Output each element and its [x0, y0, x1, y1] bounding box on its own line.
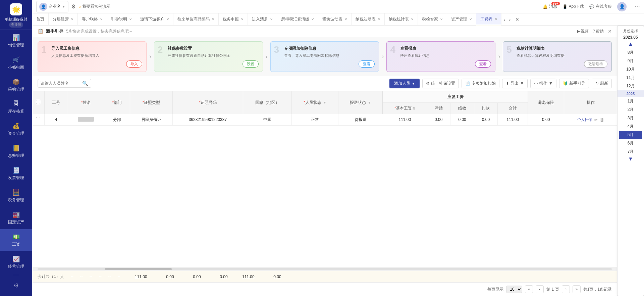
th-select-all[interactable] [32, 91, 44, 114]
tab-close-icon[interactable]: ✕ [270, 17, 273, 21]
row-checkbox[interactable] [32, 114, 44, 125]
month-5-active[interactable]: 5月 [619, 131, 642, 139]
status-filter-icon[interactable]: ▼ [323, 101, 326, 104]
sidebar-item-经营管理[interactable]: 📈 经营管理 [0, 251, 32, 273]
select-all-checkbox[interactable] [36, 100, 40, 104]
tab-clearance[interactable]: 进入清册 ✕ [248, 13, 277, 26]
tab-prev-btn[interactable]: ‹ [501, 13, 507, 26]
tab-tax-report[interactable]: 税务申报 ✕ [219, 13, 248, 26]
tab-close-icon[interactable]: ✕ [411, 17, 414, 21]
add-staff-button[interactable]: 添加人员 ▼ [389, 79, 420, 88]
tab-close-icon[interactable]: ✕ [440, 17, 443, 21]
op-edit-icon[interactable]: ✏ [594, 117, 598, 122]
tab-close-icon[interactable]: ✕ [212, 17, 214, 21]
tab-close-icon[interactable]: ✕ [129, 17, 132, 21]
month-2[interactable]: 2月 [618, 105, 644, 114]
tab-tax-fluctuation[interactable]: 纳税波动表 ✕ [352, 13, 385, 26]
month-10[interactable]: 10月 [618, 65, 644, 74]
online-service-button[interactable]: 💬 在线客服 [589, 4, 612, 9]
basic-sort-icon[interactable]: ⇅ [413, 107, 415, 110]
scrollbar-thumb[interactable] [105, 268, 172, 270]
settings-gear-icon[interactable]: ⚙ [71, 3, 76, 10]
report-filter-icon[interactable]: ▼ [368, 101, 371, 104]
tab-tax-stats[interactable]: 纳税统计表 ✕ [385, 13, 418, 26]
month-6[interactable]: 6月 [618, 139, 644, 147]
sidebar-item-采购管理[interactable]: 📦 采购管理 [0, 74, 32, 96]
sidebar-item-销售管理[interactable]: 📊 销售管理 [0, 30, 32, 52]
month-9[interactable]: 9月 [618, 57, 644, 65]
export-button[interactable]: ⬇ 导出 ▼ [502, 79, 528, 88]
tab-invite[interactable]: 邀请下游客户 ✕ [136, 13, 173, 26]
guide-help-link[interactable]: ? 帮助 [593, 29, 604, 34]
settings-icon[interactable]: ⚙ [13, 279, 19, 293]
sidebar-item-小畅电商[interactable]: 🛒 小畅电商 [0, 52, 32, 74]
tab-salary-close-icon[interactable]: ✕ [494, 17, 497, 21]
row-select-checkbox[interactable] [36, 117, 40, 121]
tab-close-icon[interactable]: ✕ [100, 17, 103, 21]
demo-link[interactable]: ○ 我要看实例演示 [78, 4, 110, 9]
tab-customer-contact[interactable]: 客户联络 ✕ [78, 13, 107, 26]
sidebar-item-资金管理[interactable]: 💰 资金管理 [0, 118, 32, 140]
app-download-button[interactable]: 📱 App下载 [562, 4, 584, 9]
tab-salary[interactable]: 工资表 ✕ [476, 13, 501, 26]
tab-income-tax[interactable]: 所得税汇算清缴 ✕ [277, 13, 318, 26]
month-3[interactable]: 3月 [618, 114, 644, 122]
tab-close-icon[interactable]: ✕ [241, 17, 244, 21]
month-picker: 月份选择 2023.05 ▲ 8月 9月 10月 11月 12月 2025 1月… [617, 26, 644, 296]
tab-tax-expert[interactable]: 税检专家 ✕ [418, 13, 447, 26]
refresh-button[interactable]: ↻ 刷新 [592, 79, 612, 88]
sidebar-item-工资[interactable]: 💵 工资 [0, 229, 32, 251]
month-7[interactable]: 7月 [618, 147, 644, 156]
page-first-btn[interactable]: « [525, 285, 533, 293]
op-delete-icon[interactable]: 🗑 [600, 117, 604, 122]
month-picker-down-btn[interactable]: ▼ [628, 156, 633, 162]
tab-tiered-management[interactable]: 分层经营 ✕ [49, 13, 78, 26]
month-picker-up-btn[interactable]: ▲ [628, 41, 633, 47]
page-prev-btn[interactable]: ‹ [536, 285, 544, 293]
month-11[interactable]: 11月 [618, 74, 644, 82]
guide-close-btn[interactable]: ✕ [608, 29, 612, 34]
month-1[interactable]: 1月 [618, 97, 644, 105]
topbar-more-icon[interactable]: ⋯ [635, 3, 640, 10]
actions-button[interactable]: ⋯ 操作 ▼ [530, 79, 556, 88]
step-1-btn[interactable]: 导入 [126, 60, 142, 68]
sidebar-item-税务管理[interactable]: 🧮 税务管理 [0, 185, 32, 207]
tab-close-icon[interactable]: ✕ [311, 17, 314, 21]
page-next-btn[interactable]: › [562, 285, 570, 293]
month-8[interactable]: 8月 [618, 48, 644, 57]
tab-close-all-btn[interactable]: ✕ [513, 13, 522, 26]
search-input[interactable] [41, 81, 81, 86]
page-last-btn[interactable]: » [573, 285, 581, 293]
month-4[interactable]: 4月 [618, 122, 644, 131]
step-5-btn[interactable]: 敬请期待 [584, 60, 607, 68]
account-avatar[interactable]: 👤 [617, 2, 627, 11]
month-12[interactable]: 12月 [618, 82, 644, 90]
search-icon[interactable]: 🔍 [82, 81, 88, 86]
tab-close-icon[interactable]: ✕ [71, 17, 73, 21]
sidebar-item-总账管理[interactable]: 📒 总账管理 [0, 140, 32, 163]
tab-close-icon[interactable]: ✕ [378, 17, 380, 21]
tab-close-icon[interactable]: ✕ [469, 17, 472, 21]
tab-product-code[interactable]: 往来单位商品编码 ✕ [173, 13, 219, 26]
page-size-select[interactable]: 10 20 50 [506, 286, 522, 293]
tab-close-icon[interactable]: ✕ [344, 17, 347, 21]
tab-assets[interactable]: 资产管理 ✕ [447, 13, 476, 26]
op-personal-insurance[interactable]: 个人社保 [577, 117, 592, 122]
newbie-guide-button[interactable]: 🔰 新手引导 [559, 79, 589, 88]
guide-video-link[interactable]: ▶ 视频 [577, 29, 589, 34]
sidebar-item-发票管理[interactable]: 🧾 发票管理 [0, 163, 32, 185]
tab-tax-burden[interactable]: 税负波动表 ✕ [318, 13, 352, 26]
step-3-btn[interactable]: 查看 [359, 60, 375, 68]
tab-next-btn[interactable]: › [507, 13, 513, 26]
tab-guide[interactable]: 引导说明 ✕ [107, 13, 136, 26]
tab-close-icon[interactable]: ✕ [166, 17, 169, 21]
step-4-btn[interactable]: 查看 [475, 60, 491, 68]
special-deduct-button[interactable]: 📄 专项附加扣除 [462, 79, 499, 88]
sidebar-item-库存核算[interactable]: 🗄 库存核算 [0, 96, 32, 118]
social-settings-button[interactable]: ⚙ 统一社保设置 [422, 79, 459, 88]
tab-home[interactable]: 首页 [32, 13, 49, 26]
notify-button[interactable]: 🔔 消息 99+ [543, 4, 557, 9]
step-2-btn[interactable]: 设置 [243, 60, 259, 68]
user-selector[interactable]: 👤 企业名 ▼ [36, 1, 68, 12]
sidebar-item-固定资产[interactable]: 🏭 固定资产 [0, 207, 32, 229]
